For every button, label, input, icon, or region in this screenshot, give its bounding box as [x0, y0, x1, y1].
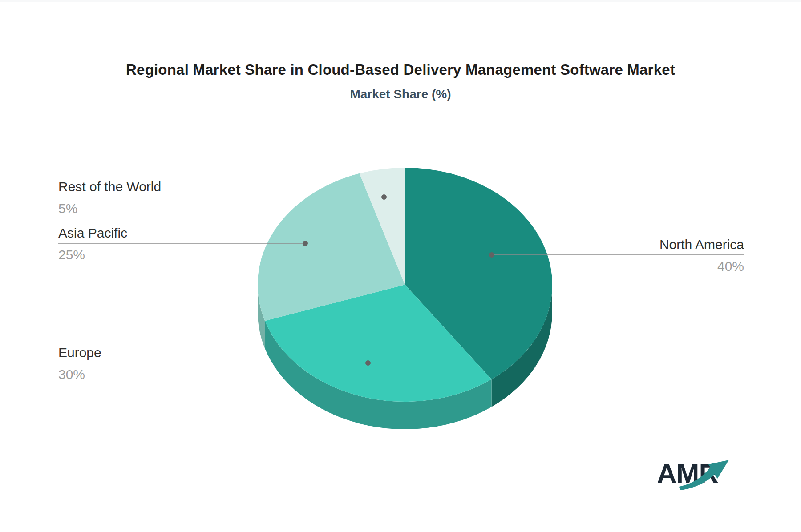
leader-dot — [489, 252, 494, 258]
slice-label-percent: 5% — [58, 201, 77, 216]
slice-label-percent: 25% — [58, 247, 85, 262]
leader-dot — [303, 241, 308, 246]
slice-label-percent: 40% — [717, 259, 744, 274]
pie-chart — [0, 0, 801, 532]
slice-label-name: Asia Pacific — [58, 226, 127, 241]
slice-label-name: Europe — [58, 345, 101, 360]
slice-label-name: Rest of the World — [58, 179, 161, 194]
leader-dot — [381, 194, 387, 200]
chart-page: Regional Market Share in Cloud-Based Del… — [0, 0, 801, 532]
slice-label-percent: 30% — [58, 367, 85, 382]
amr-logo: AMR — [657, 460, 746, 496]
leader-dot — [365, 360, 371, 366]
growth-arrow-icon — [678, 457, 736, 493]
slice-label-name: North America — [659, 237, 744, 252]
